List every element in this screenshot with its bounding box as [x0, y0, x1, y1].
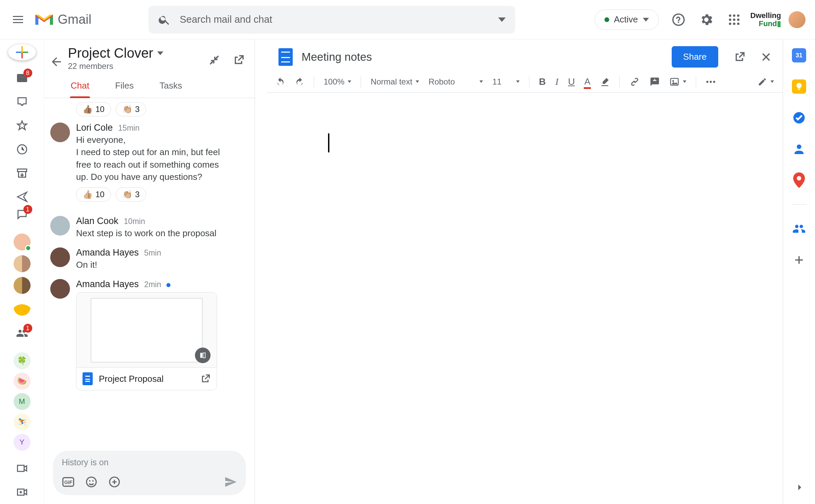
dm-avatar-4[interactable]: [14, 299, 31, 316]
tab-tasks[interactable]: Tasks: [157, 76, 185, 98]
text-cursor: [328, 133, 329, 152]
account-avatar[interactable]: [789, 11, 805, 28]
avatar[interactable]: [50, 123, 70, 142]
composer[interactable]: History is on GIF: [53, 451, 246, 495]
font-size-dropdown[interactable]: 11: [492, 77, 520, 87]
app-name: Gmail: [58, 12, 91, 27]
text-color-icon[interactable]: A: [584, 76, 590, 87]
dm-avatar-2[interactable]: [14, 255, 31, 272]
chat-badge: 1: [23, 205, 32, 214]
room-avatar-y[interactable]: Y: [14, 434, 31, 451]
mail-badge: 8: [23, 69, 32, 77]
doc-popout-icon[interactable]: [734, 51, 745, 63]
room-avatar-melon[interactable]: 🍉: [14, 373, 31, 390]
get-addons-icon[interactable]: [792, 253, 806, 267]
link-icon[interactable]: [629, 76, 640, 87]
doc-title[interactable]: Meeting notes: [302, 51, 372, 63]
sent-nav-icon[interactable]: [15, 191, 29, 203]
editing-mode-icon[interactable]: [758, 77, 774, 87]
mail-nav-icon[interactable]: 8: [15, 72, 29, 84]
emoji-icon[interactable]: [85, 475, 98, 488]
reaction-chip[interactable]: 👍🏽10: [76, 102, 111, 116]
new-indicator-icon: [166, 283, 170, 287]
compose-button[interactable]: [8, 44, 36, 60]
inbox-nav-icon[interactable]: [15, 96, 29, 108]
keep-addon-icon[interactable]: [792, 79, 806, 94]
maps-addon-icon[interactable]: [792, 173, 806, 187]
support-icon[interactable]: [671, 12, 686, 27]
main-menu-icon[interactable]: [10, 11, 26, 28]
close-doc-icon[interactable]: [761, 52, 771, 62]
doc-canvas[interactable]: [267, 93, 783, 504]
svg-point-0: [729, 14, 731, 17]
contacts-addon-icon[interactable]: [792, 142, 806, 156]
dm-avatar-1[interactable]: [14, 234, 31, 250]
settings-icon[interactable]: [699, 12, 714, 27]
redo-icon[interactable]: [295, 77, 304, 87]
reaction-chip[interactable]: 👏🏼3: [116, 187, 146, 202]
more-icon[interactable]: [706, 80, 716, 83]
underline-icon[interactable]: U: [568, 76, 575, 87]
meet-video-icon[interactable]: [15, 462, 29, 474]
show-side-panel-icon[interactable]: [794, 482, 805, 493]
doc-attachment[interactable]: Project Proposal: [76, 292, 217, 390]
popout-attachment-icon[interactable]: [200, 374, 211, 384]
chevron-down-icon: [643, 18, 649, 22]
undo-icon[interactable]: [276, 77, 285, 87]
room-avatar-ski[interactable]: ⛷️: [14, 413, 31, 430]
gmail-logo[interactable]: Gmail: [34, 12, 91, 27]
status-pill[interactable]: Active: [595, 10, 659, 30]
search-icon: [158, 13, 171, 26]
room-title[interactable]: Project Clover: [68, 45, 163, 61]
collapse-icon[interactable]: [209, 54, 220, 66]
svg-point-1: [733, 14, 735, 17]
share-button[interactable]: Share: [672, 46, 718, 68]
svg-point-25: [672, 80, 674, 82]
apps-grid-icon[interactable]: [727, 12, 742, 27]
chevron-down-icon: [157, 51, 163, 55]
italic-icon[interactable]: I: [555, 76, 558, 87]
tab-chat[interactable]: Chat: [68, 76, 92, 98]
style-dropdown[interactable]: Normal text: [370, 77, 419, 87]
popout-icon[interactable]: [233, 54, 244, 66]
bold-icon[interactable]: B: [539, 76, 546, 87]
archive-nav-icon[interactable]: [15, 167, 29, 179]
rooms-nav-icon[interactable]: 1: [15, 327, 29, 339]
tab-files[interactable]: Files: [112, 76, 137, 98]
gif-icon[interactable]: GIF: [62, 475, 75, 488]
room-member-count: 22 members: [68, 61, 163, 71]
reaction-chip[interactable]: 👍🏼10: [76, 187, 111, 202]
svg-rect-15: [200, 353, 202, 358]
search-bar[interactable]: Search mail and chat: [148, 6, 515, 34]
avatar[interactable]: [50, 216, 70, 236]
reaction-chip[interactable]: 👏🏼3: [116, 102, 146, 116]
send-icon[interactable]: [224, 475, 237, 488]
svg-point-27: [710, 80, 712, 82]
snoozed-nav-icon[interactable]: [15, 143, 29, 155]
starred-nav-icon[interactable]: [15, 119, 29, 132]
highlight-icon[interactable]: [600, 77, 610, 87]
search-options-icon[interactable]: [498, 16, 506, 23]
comment-icon[interactable]: [650, 77, 660, 87]
image-icon[interactable]: [669, 77, 686, 87]
font-dropdown[interactable]: Roboto: [429, 77, 483, 87]
svg-point-7: [733, 22, 735, 25]
meet-new-icon[interactable]: [15, 486, 29, 498]
room-avatar-clover[interactable]: 🍀: [14, 352, 31, 369]
attachment-title: Project Proposal: [99, 374, 164, 384]
dm-avatar-3[interactable]: [14, 277, 31, 294]
svg-point-20: [89, 480, 90, 482]
chat-nav-icon[interactable]: 1: [15, 208, 29, 221]
back-button[interactable]: [49, 54, 64, 69]
avatar[interactable]: [50, 247, 70, 267]
zoom-dropdown[interactable]: 100%: [324, 77, 351, 87]
calendar-addon-icon[interactable]: 31: [792, 48, 806, 62]
message-text: Hi everyone, I need to step out for an m…: [76, 134, 232, 183]
room-avatar-m[interactable]: M: [14, 393, 31, 410]
people-addon-icon[interactable]: [792, 222, 806, 236]
avatar[interactable]: [50, 279, 70, 299]
add-icon[interactable]: [108, 475, 121, 488]
tasks-addon-icon[interactable]: [792, 111, 806, 125]
svg-text:GIF: GIF: [64, 480, 72, 485]
open-side-icon[interactable]: [195, 348, 211, 363]
